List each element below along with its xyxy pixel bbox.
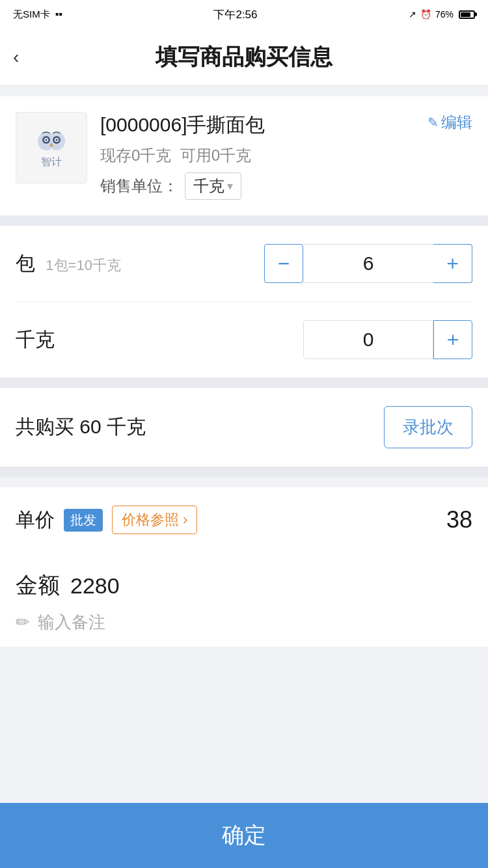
edit-icon: ✎	[427, 115, 439, 130]
remark-row[interactable]: ✏ 输入备注	[16, 611, 472, 634]
product-card: 智计 [0000006]手撕面包 现存0千克 可用0千克 销售单位： 千克 ▾ …	[0, 96, 488, 215]
product-logo	[32, 127, 71, 153]
amount-label: 金额	[16, 571, 60, 601]
pencil-icon: ✏	[16, 612, 30, 632]
unit-select[interactable]: 千克 ▾	[185, 172, 241, 200]
divider-3	[0, 467, 488, 477]
alarm-icon: ⏰	[420, 9, 431, 20]
product-stock: 现存0千克 可用0千克	[100, 145, 472, 166]
status-left: 无SIM卡 ▪▪	[13, 8, 62, 21]
price-ref-button[interactable]: 价格参照 ›	[112, 506, 197, 534]
battery-label: 76%	[435, 9, 454, 20]
status-right: ↗ ⏰ 76%	[409, 9, 475, 20]
kilogram-quantity-input[interactable]	[303, 320, 433, 359]
kilogram-quantity-control: +	[303, 320, 472, 359]
remark-placeholder: 输入备注	[38, 611, 105, 634]
page-title: 填写商品购买信息	[156, 42, 332, 72]
back-button[interactable]: ‹	[13, 48, 19, 66]
price-batch-tag: 批发	[64, 509, 103, 532]
amount-section: 金额 2280 ✏ 输入备注	[0, 552, 488, 647]
product-unit-row: 销售单位： 千克 ▾	[100, 172, 472, 200]
summary-text: 共购买 60 千克	[16, 414, 146, 441]
kilogram-label: 千克	[16, 327, 303, 353]
package-row: 包 1包=10千克 − +	[16, 226, 472, 302]
bottom-spacer	[0, 647, 488, 777]
input-section: 包 1包=10千克 − + 千克 +	[0, 226, 488, 377]
kilogram-plus-button[interactable]: +	[433, 320, 472, 359]
divider-1	[0, 215, 488, 226]
package-quantity-input[interactable]	[303, 244, 433, 283]
time-label: 下午2:56	[213, 7, 257, 22]
logo-label: 智计	[41, 156, 62, 169]
amount-row: 金额 2280	[16, 571, 472, 601]
edit-button[interactable]: ✎ 编辑	[427, 112, 472, 133]
product-thumbnail: 智计	[16, 112, 87, 183]
confirm-text: 确定	[222, 821, 266, 850]
price-label-group: 单价 批发 价格参照 ›	[16, 506, 197, 534]
package-label: 包 1包=10千克	[16, 251, 264, 277]
product-name: [0000006]手撕面包	[100, 112, 472, 139]
batch-button[interactable]: 录批次	[384, 406, 472, 448]
location-icon: ↗	[409, 9, 416, 20]
product-info: [0000006]手撕面包 现存0千克 可用0千克 销售单位： 千克 ▾	[100, 112, 472, 200]
status-bar: 无SIM卡 ▪▪ 下午2:56 ↗ ⏰ 76%	[0, 0, 488, 29]
carrier-label: 无SIM卡	[13, 8, 50, 21]
summary-section: 共购买 60 千克 录批次	[0, 388, 488, 467]
battery-icon	[459, 10, 475, 19]
package-sub-label: 1包=10千克	[46, 257, 121, 273]
wifi-icon: ▪▪	[55, 8, 62, 20]
package-quantity-control: − +	[264, 244, 472, 283]
price-section: 单价 批发 价格参照 › 38	[0, 487, 488, 552]
confirm-bar[interactable]: 确定	[0, 803, 488, 868]
edit-label: 编辑	[441, 112, 472, 133]
package-plus-button[interactable]: +	[433, 244, 472, 283]
price-value: 38	[446, 506, 472, 534]
unit-label: 销售单位：	[100, 176, 178, 197]
price-label: 单价	[16, 507, 55, 534]
svg-point-6	[46, 139, 47, 141]
kilogram-row: 千克 +	[16, 302, 472, 377]
svg-point-7	[56, 139, 58, 141]
divider-2	[0, 377, 488, 388]
package-minus-button[interactable]: −	[264, 244, 303, 283]
price-row: 单价 批发 价格参照 › 38	[16, 506, 472, 534]
nav-bar: ‹ 填写商品购买信息	[0, 29, 488, 86]
amount-value: 2280	[70, 573, 120, 599]
